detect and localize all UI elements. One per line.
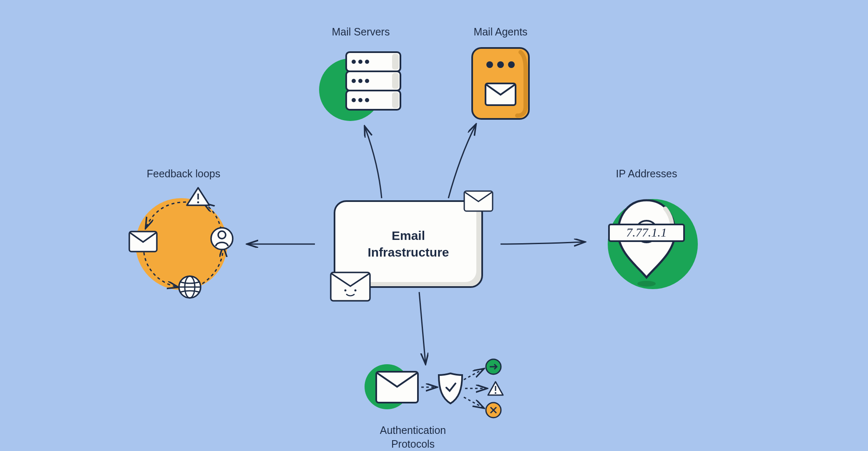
arrow-to-mail-servers (365, 127, 382, 198)
svg-point-23 (508, 61, 515, 68)
auth-protocols-node (363, 357, 517, 429)
svg-point-21 (486, 61, 493, 68)
mail-agents-node (467, 44, 534, 125)
mail-servers-node (317, 44, 405, 125)
auth-protocols-label: Authentication Protocols (363, 423, 463, 451)
envelope-smile-icon (330, 271, 371, 302)
center-title-line1: Email (392, 229, 425, 242)
mail-servers-icon (317, 44, 405, 123)
svg-point-33 (495, 392, 496, 394)
svg-point-9 (358, 60, 362, 64)
feedback-loops-icon (117, 179, 242, 305)
svg-point-26 (637, 281, 656, 287)
center-title-line2: Infrastructure (367, 245, 449, 259)
auth-protocols-label-line2: Protocols (391, 438, 435, 450)
globe-icon (179, 276, 201, 298)
mail-servers-label: Mail Servers (317, 25, 405, 39)
svg-rect-19 (392, 92, 399, 108)
svg-point-10 (365, 60, 369, 64)
svg-point-11 (352, 79, 356, 83)
auth-protocols-icon (363, 357, 517, 428)
svg-point-12 (358, 79, 362, 83)
center-title: Email Infrastructure (367, 227, 449, 261)
arrow-to-auth-protocols (419, 292, 425, 363)
envelope-small-top-icon (463, 190, 494, 212)
ip-addresses-label: IP Addresses (601, 167, 692, 181)
svg-point-22 (497, 61, 504, 68)
svg-rect-18 (392, 73, 399, 89)
svg-point-14 (352, 98, 356, 102)
ip-addresses-node: 7.77.1.1 (592, 184, 701, 294)
mail-agents-icon (467, 44, 534, 123)
ip-text: 7.77.1.1 (626, 225, 667, 239)
svg-point-37 (197, 202, 199, 204)
feedback-loops-label: Feedback loops (129, 167, 238, 181)
svg-point-8 (352, 60, 356, 64)
feedback-loops-node (117, 179, 242, 306)
auth-protocols-label-line1: Authentication (380, 424, 446, 436)
svg-point-13 (365, 79, 369, 83)
arrow-to-mail-agents (448, 125, 476, 198)
svg-point-3 (355, 290, 357, 292)
arrow-to-ip-addresses (501, 242, 584, 244)
svg-point-16 (365, 98, 369, 102)
mail-agents-label: Mail Agents (461, 25, 540, 39)
user-icon (211, 228, 233, 249)
ip-addresses-icon: 7.77.1.1 (592, 184, 701, 292)
svg-rect-17 (392, 54, 399, 70)
svg-point-15 (358, 98, 362, 102)
envelope-icon (129, 232, 157, 252)
svg-point-2 (345, 290, 347, 292)
